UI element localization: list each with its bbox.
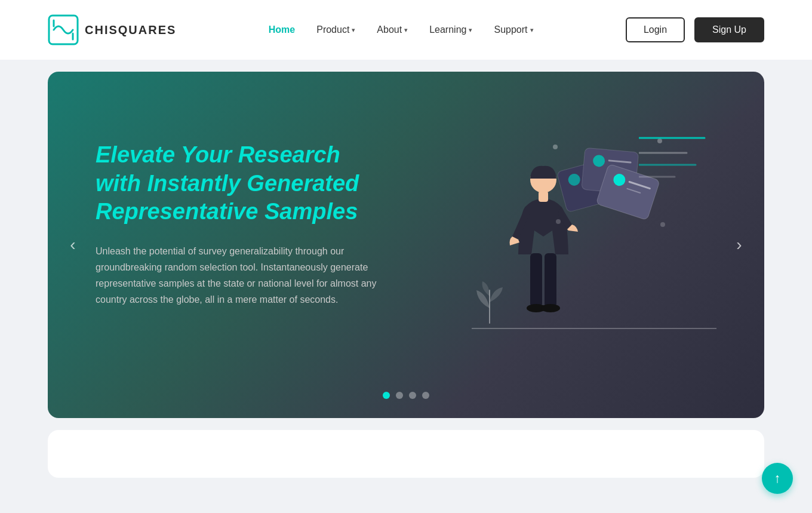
slider-dot-2[interactable] xyxy=(396,392,403,399)
hero-section: ‹ › Elevate Your Research with Instantly… xyxy=(48,72,764,418)
logo-icon xyxy=(48,14,79,45)
nav-item-support[interactable]: Support ▾ xyxy=(485,20,542,40)
nav-item-learning[interactable]: Learning ▾ xyxy=(421,20,481,40)
hero-title: Elevate Your Research with Instantly Gen… xyxy=(96,141,382,226)
chevron-down-icon: ▾ xyxy=(352,26,355,34)
chevron-down-icon: ▾ xyxy=(530,26,534,34)
hero-illustration xyxy=(466,111,716,338)
svg-rect-5 xyxy=(530,253,542,307)
illustration-container xyxy=(466,111,716,338)
hero-content: Elevate Your Research with Instantly Gen… xyxy=(48,72,764,377)
hero-text: Elevate Your Research with Instantly Gen… xyxy=(96,141,382,308)
login-button[interactable]: Login xyxy=(626,17,685,42)
svg-rect-6 xyxy=(545,253,556,307)
nav-item-about[interactable]: About ▾ xyxy=(368,20,416,40)
svg-point-21 xyxy=(553,145,558,149)
slider-dots xyxy=(48,377,764,418)
slider-next-button[interactable]: › xyxy=(726,232,752,258)
svg-point-23 xyxy=(660,222,665,227)
lines-illustration xyxy=(639,123,716,195)
svg-point-8 xyxy=(541,304,560,312)
slider-prev-button[interactable]: ‹ xyxy=(60,232,86,258)
chevron-left-icon: ‹ xyxy=(70,235,75,254)
chevron-down-icon: ▾ xyxy=(469,26,472,34)
svg-point-24 xyxy=(556,219,561,224)
logo[interactable]: CHISQUARES xyxy=(48,14,176,45)
svg-rect-4 xyxy=(539,191,548,202)
hero-description: Unleash the potential of survey generali… xyxy=(96,243,382,308)
scroll-to-top-button[interactable]: ↑ xyxy=(762,463,793,494)
nav-item-product[interactable]: Product ▾ xyxy=(308,20,364,40)
slider-dot-3[interactable] xyxy=(409,392,416,399)
arrow-up-icon: ↑ xyxy=(774,471,781,486)
logo-text: CHISQUARES xyxy=(85,23,176,37)
plant-illustration xyxy=(472,278,508,326)
navigation: Home Product ▾ About ▾ Learning ▾ Suppor… xyxy=(260,20,542,40)
chevron-right-icon: › xyxy=(736,235,742,254)
chevron-down-icon: ▾ xyxy=(404,26,408,34)
nav-item-home[interactable]: Home xyxy=(260,20,303,40)
header: CHISQUARES Home Product ▾ About ▾ Learni… xyxy=(0,0,812,60)
slider-dot-4[interactable] xyxy=(422,392,429,399)
below-section xyxy=(48,430,764,478)
slider-dot-1[interactable] xyxy=(383,392,390,399)
header-actions: Login Sign Up xyxy=(626,17,764,42)
signup-button[interactable]: Sign Up xyxy=(694,17,764,42)
